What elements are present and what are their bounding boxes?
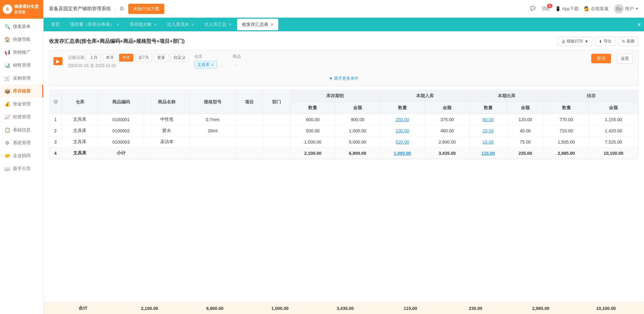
sidebar-item-collab[interactable]: 🤝 企业协同 bbox=[0, 149, 43, 162]
date-btn-last-month[interactable]: 上月 bbox=[86, 54, 101, 62]
cell-empty bbox=[235, 148, 263, 159]
search-icon: 🔍 bbox=[4, 24, 10, 29]
sidebar-item-label: 销售管理 bbox=[13, 62, 31, 68]
sidebar-item-marketing[interactable]: 📢 营销推广 bbox=[0, 46, 43, 59]
th-in-group: 本期入库 bbox=[380, 90, 469, 102]
sidebar-item-system[interactable]: ⚙ 系统管理 bbox=[0, 136, 43, 149]
cell-in-amt: 375.00 bbox=[425, 114, 470, 125]
sidebar-item-sales[interactable]: 📊 销售管理 bbox=[0, 59, 43, 72]
cell-spec: 0.7mm bbox=[190, 114, 236, 125]
sidebar-item-finance[interactable]: 💰 资金管理 bbox=[0, 98, 43, 111]
sidebar-item-purchase[interactable]: 🛒 采购管理 bbox=[0, 72, 43, 85]
setting-gear-btn[interactable]: ⚙ bbox=[119, 5, 124, 12]
tab-in-out-flow-close[interactable]: ✕ bbox=[191, 22, 194, 27]
print-btn[interactable]: 🖨 模板打印 ▼ bbox=[558, 37, 592, 46]
tab-receive-summary[interactable]: 收发存汇总表 ✕ bbox=[237, 19, 278, 30]
tab-batch-ledger-close[interactable]: ✕ bbox=[154, 22, 157, 27]
tab-batch-ledger[interactable]: 库存批次账 ✕ bbox=[125, 19, 162, 30]
sidebar-item-basic[interactable]: 📋 基础信息 bbox=[0, 123, 43, 136]
th-settings[interactable]: ⚙ bbox=[49, 90, 62, 114]
cell-close-qty: 770.00 bbox=[544, 114, 589, 125]
tab-inventory-dist-close[interactable]: ✕ bbox=[116, 22, 119, 27]
sidebar-item-inventory[interactable]: 📦 库存核算 bbox=[0, 85, 43, 98]
export-btn[interactable]: ⬇ 导出 bbox=[595, 37, 615, 46]
cell-in-qty[interactable]: 520.00 bbox=[380, 136, 425, 148]
sidebar-item-guide[interactable]: 📖 新手引导 bbox=[0, 162, 43, 175]
inventory-table: ⚙ 仓库 商品编码 商品名称 规格型号 项目 部门 库存期初 本期入库 本期出库… bbox=[49, 90, 638, 159]
query-btn[interactable]: 查询 bbox=[591, 54, 611, 63]
cell-dept bbox=[263, 125, 291, 136]
sidebar-item-operation[interactable]: 📈 经营管理 bbox=[0, 111, 43, 123]
close-all-tabs-btn[interactable]: ✕ bbox=[637, 21, 641, 28]
user-menu-btn[interactable]: Ea 用户 ▼ bbox=[614, 4, 639, 14]
warehouse-tag[interactable]: 文具库 ✕ bbox=[194, 61, 217, 69]
cell-subtotal-label: 小计 bbox=[98, 148, 144, 159]
cell-no: 4 bbox=[49, 148, 62, 159]
cell-name: 胶水 bbox=[144, 125, 190, 136]
table-header-group-row: ⚙ 仓库 商品编码 商品名称 规格型号 项目 部门 库存期初 本期入库 本期出库… bbox=[49, 90, 638, 102]
cell-close-amt: 1,420.00 bbox=[589, 125, 638, 136]
tab-home[interactable]: 首页 bbox=[46, 19, 65, 30]
tab-home-label: 首页 bbox=[51, 21, 60, 28]
data-table: ⚙ 仓库 商品编码 商品名称 规格型号 项目 部门 库存期初 本期入库 本期出库… bbox=[49, 90, 639, 159]
filter-toggle-btn[interactable]: ▶ bbox=[53, 57, 63, 65]
app-download-btn[interactable]: 📱 App下载 bbox=[555, 6, 579, 12]
tab-in-out-flow-label: 出入库流水 bbox=[167, 21, 189, 28]
date-btn-custom[interactable]: 自定义 bbox=[170, 54, 189, 62]
expand-more-btn[interactable]: ▼ 展开更多条件 bbox=[329, 76, 359, 81]
date-btn-this-month[interactable]: 本月 bbox=[103, 54, 117, 62]
message-btn[interactable]: 💬 6 消息 bbox=[530, 6, 550, 12]
tab-in-out-summary-close[interactable]: ✕ bbox=[229, 22, 232, 27]
online-service-btn[interactable]: 💁 在线客服 bbox=[584, 6, 609, 12]
cell-in-qty[interactable]: 230.00 bbox=[380, 125, 425, 136]
cell-spec: 20ml bbox=[190, 125, 236, 136]
th-close-qty: 数量 bbox=[544, 102, 589, 114]
cell-out-qty[interactable]: 115.00 bbox=[469, 148, 507, 159]
cell-in-qty[interactable]: 250.00 bbox=[380, 114, 425, 125]
cell-in-qty[interactable]: 1,000.00 bbox=[380, 148, 425, 159]
warehouse-label: 仓库 bbox=[194, 54, 202, 60]
goods-more[interactable]: ... bbox=[233, 61, 240, 67]
date-btn-more[interactable]: 更多 bbox=[154, 54, 168, 62]
th-out-qty: 数量 bbox=[469, 102, 507, 114]
tab-in-out-summary[interactable]: 出入库汇总 ✕ bbox=[200, 19, 236, 30]
cell-out-amt: 120.00 bbox=[507, 114, 544, 125]
avatar: Ea bbox=[614, 4, 624, 14]
sidebar-item-label: 经营管理 bbox=[13, 114, 31, 120]
cell-out-qty[interactable]: 15.00 bbox=[469, 136, 507, 148]
experience-btn[interactable]: 体验行业方案 bbox=[128, 4, 164, 14]
date-label: 记账日期 bbox=[68, 55, 84, 61]
tab-in-out-flow[interactable]: 出入库流水 ✕ bbox=[162, 19, 199, 30]
sidebar-item-label: 系统管理 bbox=[13, 140, 31, 146]
filter-settings-btn[interactable]: 设置 bbox=[617, 54, 633, 64]
cell-out-amt: 40.00 bbox=[507, 125, 544, 136]
warehouse-more[interactable]: ... bbox=[220, 62, 227, 68]
basic-icon: 📋 bbox=[4, 127, 10, 133]
warehouse-filter: 文具库 ✕ ... bbox=[194, 61, 227, 69]
finance-icon: 💰 bbox=[4, 101, 10, 107]
sidebar-item-search[interactable]: 🔍 搜索菜单 bbox=[0, 20, 43, 33]
date-btn-7days[interactable]: 近7天 bbox=[135, 54, 152, 62]
tab-inventory-dist[interactable]: 现存量（库存分布表） ✕ bbox=[65, 19, 124, 30]
th-open-qty: 数量 bbox=[291, 102, 335, 114]
cell-out-qty[interactable]: 80.00 bbox=[469, 114, 507, 125]
purchase-icon: 🛒 bbox=[4, 76, 10, 81]
th-close-amt: 金额 bbox=[589, 102, 638, 114]
sidebar-item-quick-nav[interactable]: 🏠 快捷导航 bbox=[0, 33, 43, 46]
warehouse-tag-close[interactable]: ✕ bbox=[211, 63, 214, 67]
logo-text: 畅捷通好生意 标准版 bbox=[14, 4, 39, 15]
cell-open-amt: 6,900.00 bbox=[335, 148, 380, 159]
tab-receive-summary-close[interactable]: ✕ bbox=[270, 22, 274, 27]
cell-in-amt: 460.00 bbox=[425, 125, 470, 136]
guide-icon: 📖 bbox=[4, 166, 10, 171]
refresh-btn[interactable]: ↻ 刷新 bbox=[618, 37, 639, 46]
content-area: 收发存汇总表(按仓库+商品编码+商品+规格型号+项目+部门) 🖨 模板打印 ▼ … bbox=[44, 31, 644, 302]
tab-receive-summary-label: 收发存汇总表 bbox=[242, 21, 268, 28]
cell-out-qty[interactable]: 20.00 bbox=[469, 125, 507, 136]
settings-icon: ⚙ bbox=[53, 99, 58, 105]
system-icon: ⚙ bbox=[4, 140, 10, 146]
date-btn-this-year[interactable]: 本年 bbox=[119, 54, 133, 62]
cell-open-qty: 2,100.00 bbox=[291, 148, 335, 159]
sidebar-menu: 🔍 搜索菜单 🏠 快捷导航 📢 营销推广 📊 销售管理 🛒 采购管理 📦 库存核… bbox=[0, 19, 43, 314]
inventory-icon: 📦 bbox=[4, 88, 10, 94]
